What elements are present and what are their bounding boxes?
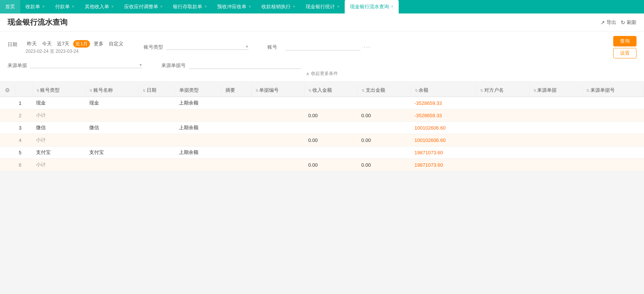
col-counterparty[interactable]: ⇅ 对方户名 [476,84,529,97]
td-gear [0,97,15,109]
td-doc-no [251,159,305,171]
col-account-name[interactable]: ⇅ 账号名称 [86,84,139,97]
nav-prepay-offset[interactable]: 预收冲应收单 × [212,0,256,13]
col-source-doc-no[interactable]: ⇅ 来源单据号 [582,84,644,97]
td-index: 2 [15,109,32,122]
account-more-icon[interactable]: ··· [363,44,371,51]
nav-cash-bank-flow-close[interactable]: × [391,0,393,13]
source-doc-no-input[interactable] [189,62,301,69]
td-account-name [86,109,139,122]
nav-home[interactable]: 首页 [0,0,20,13]
td-source-doc-no [582,134,644,146]
td-doc-no [251,134,305,146]
table-row: 2小计0.000.00-3528659.33 [0,109,644,122]
td-income: 0.00 [305,159,358,171]
header-actions: ↗ 导出 ↻ 刷新 [600,19,636,26]
td-income [305,146,358,159]
td-account-name: 现金 [86,97,139,109]
query-button[interactable]: 查询 [613,36,636,46]
nav-receipt[interactable]: 收款单 × [20,0,50,13]
col-source-doc-sort-icon: ⇅ [533,88,537,93]
nav-prepay-offset-label: 预收冲应收单 [217,0,246,13]
table-container: ⚙ ⇅ 账号类型 ⇅ 账号名称 ⇅ 日期 单据类型 摘要 ⇅ 单据编号 [0,84,644,171]
refresh-label: 刷新 [627,19,636,26]
nav-payable-adjust-close[interactable]: × [161,0,163,13]
col-account-type[interactable]: ⇅ 账号类型 [32,84,86,97]
td-date [138,109,175,122]
account-type-filter: 账号类型 ▼ [144,44,249,51]
td-balance: 19871073.60 [411,159,476,171]
col-date[interactable]: ⇅ 日期 [138,84,175,97]
td-account-name [86,134,139,146]
col-income[interactable]: ⇅ 收入金额 [305,84,358,97]
nav-cash-bank-flow[interactable]: 现金银行流水查询 × [345,0,399,13]
td-source-doc-no [582,159,644,171]
nav-bank-deposit-close[interactable]: × [204,0,207,13]
filter-row-2: 来源单据 ▼ 来源单据号 [8,62,636,69]
table-row: 6小计0.000.0019871073.60 [0,159,644,171]
td-counterparty [476,146,529,159]
nav-prepay-offset-close[interactable]: × [249,0,251,13]
col-account-type-sort-icon: ⇅ [36,88,41,93]
td-doc-no [251,97,305,109]
page-header: 现金银行流水查询 ↗ 导出 ↻ 刷新 [0,13,644,31]
td-balance: -3528659.33 [411,97,476,109]
col-doc-type: 单据类型 [175,84,221,97]
account-input[interactable] [285,44,360,51]
refresh-button[interactable]: ↻ 刷新 [621,19,636,26]
col-balance[interactable]: ⇅ 余额 [411,84,476,97]
td-gear [0,134,15,146]
td-source-doc [529,159,582,171]
table-header-row: ⚙ ⇅ 账号类型 ⇅ 账号名称 ⇅ 日期 单据类型 摘要 ⇅ 单据编号 [0,84,644,97]
date-btn-yesterday[interactable]: 昨天 [26,40,38,48]
nav-receipt-close[interactable]: × [42,0,45,13]
source-doc-filter: 来源单据 ▼ [8,62,143,69]
td-account-type: 小计 [32,134,86,146]
col-source-doc[interactable]: ⇅ 来源单据 [529,84,582,97]
td-income [305,122,358,134]
source-doc-select[interactable]: ▼ [30,63,143,68]
date-btn-more[interactable]: 更多 [92,40,105,48]
nav-payment-close[interactable]: × [72,0,74,13]
nav-other-income-close[interactable]: × [111,0,114,13]
td-doc-no [251,146,305,159]
nav-cash-bank-stat[interactable]: 现金银行统计 × [300,0,345,13]
nav-other-income[interactable]: 其他收入单 × [80,0,119,13]
date-btn-1month[interactable]: 近1月 [73,40,90,48]
nav-cash-bank-stat-close[interactable]: × [337,0,339,13]
set-button[interactable]: 设置 [613,48,636,58]
table-row: 1现金现金上期余额-3528659.33 [0,97,644,109]
date-btn-custom[interactable]: 自定义 [107,40,125,48]
date-btn-today[interactable]: 今天 [41,40,53,48]
td-account-name [86,159,139,171]
gear-icon[interactable]: ⚙ [5,87,10,93]
td-summary [222,146,251,159]
td-date [138,159,175,171]
col-doc-no[interactable]: ⇅ 单据编号 [251,84,305,97]
td-summary [222,97,251,109]
export-button[interactable]: ↗ 导出 [600,19,616,26]
source-doc-label: 来源单据 [8,62,27,69]
nav-payable-adjust[interactable]: 应收应付调整单 × [119,0,168,13]
nav-bank-deposit[interactable]: 银行存取款单 × [168,0,212,13]
account-type-select[interactable]: ▼ [166,45,249,50]
date-label: 日期 [8,40,23,49]
td-counterparty [476,134,529,146]
td-expense: 0.00 [357,109,411,122]
nav-payment[interactable]: 付款单 × [50,0,80,13]
col-expense[interactable]: ⇅ 支出金额 [357,84,411,97]
refresh-icon: ↻ [621,19,625,25]
td-source-doc-no [582,97,644,109]
col-index [15,84,32,97]
date-btn-7days[interactable]: 近7天 [56,40,71,48]
nav-receipt-verify[interactable]: 收款核销执行 × [256,0,300,13]
collapse-bar[interactable]: ∧ 收起更多条件 [8,70,636,77]
nav-receipt-verify-close[interactable]: × [293,0,295,13]
td-source-doc [529,134,582,146]
td-income [305,97,358,109]
td-account-type: 现金 [32,97,86,109]
col-counterparty-sort-icon: ⇅ [480,88,484,93]
table-row: 3微信微信上期余额100102606.60 [0,122,644,134]
col-gear[interactable]: ⚙ [0,84,15,97]
nav-receipt-label: 收款单 [26,0,40,13]
